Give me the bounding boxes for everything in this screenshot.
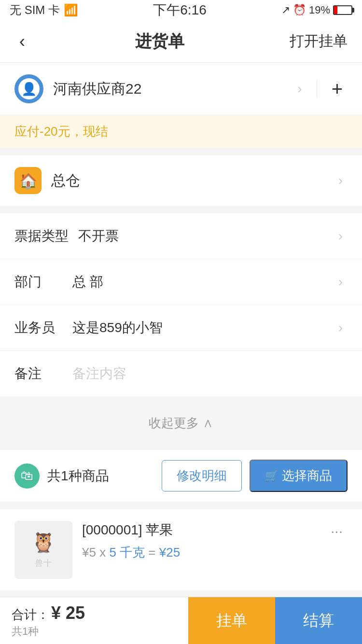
location-icon: ↗ bbox=[281, 4, 290, 16]
carrier-label: 无 SIM 卡 bbox=[10, 2, 60, 18]
product-item: 🦉 兽十 [0000001] 苹果 ¥5 x 5 千克 = ¥25 ··· bbox=[0, 509, 362, 590]
salesperson-label: 业务员 bbox=[14, 319, 63, 337]
product-info: [0000001] 苹果 ¥5 x 5 千克 = ¥25 bbox=[82, 521, 326, 561]
remark-placeholder[interactable]: 备注内容 bbox=[63, 364, 348, 383]
department-chevron-icon: › bbox=[338, 274, 343, 290]
product-icon: 🛍 bbox=[14, 463, 40, 489]
total-count: 共1种 bbox=[12, 624, 177, 639]
bottom-bar: 合计： ¥ 25 共1种 挂单 结算 bbox=[0, 597, 362, 644]
remark-label: 备注 bbox=[14, 364, 63, 383]
main-content: 👤 河南供应商22 › + 应付-20元，现结 🏠 总仓 › 票据类型 不开票 … bbox=[0, 63, 362, 644]
invoice-type-label: 票据类型 bbox=[14, 227, 69, 245]
formula-x: x bbox=[99, 545, 109, 560]
collapse-bar[interactable]: 收起更多 ∧ bbox=[0, 404, 362, 442]
back-button[interactable]: ‹ bbox=[14, 27, 30, 56]
collapse-label: 收起更多 ∧ bbox=[149, 416, 213, 430]
product-name: [0000001] 苹果 bbox=[82, 521, 326, 539]
owl-icon: 🦉 bbox=[31, 531, 56, 554]
modify-detail-button[interactable]: 修改明细 bbox=[162, 460, 242, 491]
salesperson-chevron-icon: › bbox=[338, 320, 343, 336]
product-toolbar: 🛍 共1种商品 修改明细 🛒 选择商品 bbox=[0, 450, 362, 502]
owl-text: 兽十 bbox=[35, 558, 52, 568]
total-label: 合计： bbox=[12, 606, 49, 623]
notice-bar: 应付-20元，现结 bbox=[0, 115, 362, 148]
status-bar: 无 SIM 卡 📶 下午6:16 ↗ ⏰ 19% bbox=[0, 0, 362, 20]
add-button[interactable]: + bbox=[327, 78, 348, 100]
product-unit: 千克 bbox=[120, 545, 145, 560]
supplier-section: 👤 河南供应商22 › + 应付-20元，现结 bbox=[0, 63, 362, 148]
wifi-icon: 📶 bbox=[64, 3, 78, 17]
warehouse-section[interactable]: 🏠 总仓 › bbox=[0, 155, 362, 206]
product-quantity: 5 bbox=[109, 545, 116, 560]
battery-icon bbox=[333, 5, 352, 15]
supplier-chevron-icon: › bbox=[297, 81, 302, 97]
bag-icon: 🛍 bbox=[21, 468, 33, 483]
form-section: 票据类型 不开票 › 部门 总 部 › 业务员 这是859的小智 › 备注 备注… bbox=[0, 213, 362, 396]
total-amount: ¥ 25 bbox=[51, 603, 85, 623]
department-label: 部门 bbox=[14, 273, 63, 291]
select-product-button[interactable]: 🛒 选择商品 bbox=[250, 460, 348, 492]
open-pending-button[interactable]: 打开挂单 bbox=[290, 31, 348, 51]
pending-button[interactable]: 挂单 bbox=[188, 597, 275, 644]
remark-row[interactable]: 备注 备注内容 bbox=[0, 351, 362, 396]
time-label: 下午6:16 bbox=[153, 1, 207, 19]
supplier-row[interactable]: 👤 河南供应商22 › + bbox=[0, 63, 362, 115]
department-value: 总 部 bbox=[63, 273, 338, 291]
supplier-avatar: 👤 bbox=[14, 74, 43, 103]
alarm-icon: ⏰ bbox=[293, 4, 306, 16]
cart-icon: 🛒 bbox=[265, 470, 278, 482]
salesperson-row[interactable]: 业务员 这是859的小智 › bbox=[0, 305, 362, 351]
total-section: 合计： ¥ 25 共1种 bbox=[0, 597, 188, 644]
invoice-type-chevron-icon: › bbox=[338, 228, 343, 244]
status-left: 无 SIM 卡 📶 bbox=[10, 2, 78, 18]
avatar-icon: 👤 bbox=[21, 82, 37, 97]
invoice-type-row[interactable]: 票据类型 不开票 › bbox=[0, 213, 362, 259]
home-icon: 🏠 bbox=[19, 172, 37, 189]
warehouse-icon: 🏠 bbox=[14, 167, 42, 194]
notice-text: 应付-20元，现结 bbox=[14, 124, 108, 139]
product-title: 苹果 bbox=[146, 522, 173, 537]
salesperson-value: 这是859的小智 bbox=[63, 319, 338, 337]
product-formula: ¥5 x 5 千克 = ¥25 bbox=[82, 544, 326, 561]
department-row[interactable]: 部门 总 部 › bbox=[0, 259, 362, 305]
product-count-label: 共1种商品 bbox=[47, 467, 162, 485]
checkout-button[interactable]: 结算 bbox=[275, 597, 362, 644]
warehouse-name: 总仓 bbox=[51, 171, 338, 191]
supplier-name: 河南供应商22 bbox=[53, 79, 297, 99]
warehouse-chevron-icon: › bbox=[338, 173, 343, 188]
battery-percent: 19% bbox=[309, 4, 330, 16]
product-total: ¥25 bbox=[159, 545, 180, 560]
product-code: [0000001] bbox=[82, 522, 142, 537]
invoice-type-value: 不开票 bbox=[69, 227, 338, 245]
nav-bar: ‹ 进货单 打开挂单 bbox=[0, 20, 362, 63]
page-title: 进货单 bbox=[135, 30, 184, 53]
product-thumbnail: 🦉 兽十 bbox=[14, 521, 72, 579]
product-thumb-content: 🦉 兽十 bbox=[31, 531, 56, 569]
select-product-label: 选择商品 bbox=[282, 467, 332, 484]
product-price: ¥5 bbox=[82, 545, 96, 560]
product-menu-button[interactable]: ··· bbox=[326, 521, 348, 541]
formula-eq: = bbox=[148, 545, 159, 560]
divider bbox=[317, 79, 317, 98]
status-right: ↗ ⏰ 19% bbox=[281, 4, 352, 16]
total-row: 合计： ¥ 25 bbox=[12, 603, 177, 623]
